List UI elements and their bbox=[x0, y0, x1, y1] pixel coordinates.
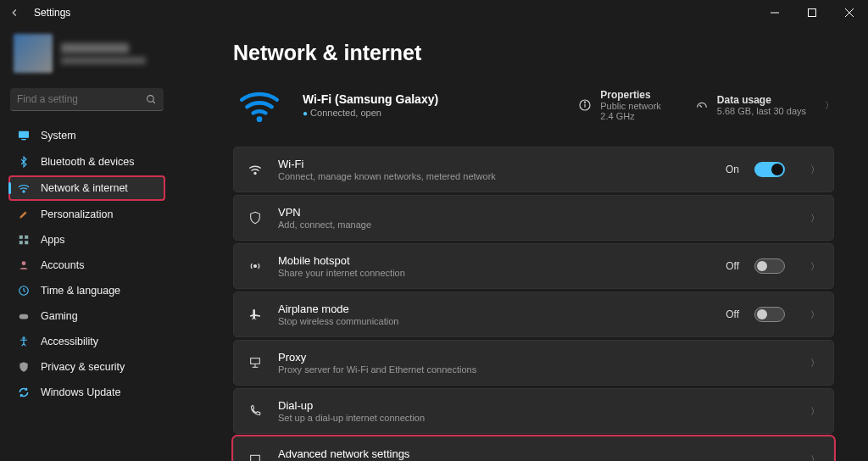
gaming-icon bbox=[17, 310, 31, 322]
advanced-network-card[interactable]: Advanced network settingsView all networ… bbox=[233, 436, 834, 461]
chevron-right-icon: 〉 bbox=[810, 164, 820, 176]
svg-point-20 bbox=[585, 102, 586, 103]
chevron-right-icon: 〉 bbox=[810, 357, 820, 369]
titlebar: Settings bbox=[0, 0, 868, 25]
vpn-card[interactable]: VPNAdd, connect, manage 〉 bbox=[233, 195, 834, 241]
search-icon bbox=[146, 94, 157, 105]
wifi-icon bbox=[17, 181, 31, 195]
svg-rect-6 bbox=[19, 131, 29, 138]
airplane-card[interactable]: Airplane modeStop wireless communication… bbox=[233, 292, 834, 337]
person-icon bbox=[17, 259, 31, 271]
profile-email bbox=[61, 57, 146, 64]
data-usage-link[interactable]: Data usage 5.68 GB, last 30 days 〉 bbox=[695, 94, 834, 116]
profile-name bbox=[61, 43, 129, 53]
wifi-toggle[interactable] bbox=[754, 162, 785, 177]
wifi-state: On bbox=[726, 164, 739, 175]
svg-point-8 bbox=[23, 191, 25, 192]
search-input[interactable] bbox=[17, 93, 146, 105]
chevron-right-icon: 〉 bbox=[810, 405, 820, 418]
minimize-button[interactable] bbox=[756, 0, 793, 25]
bluetooth-icon bbox=[17, 156, 31, 168]
brush-icon bbox=[17, 208, 31, 220]
shield-icon bbox=[248, 211, 263, 225]
airplane-toggle[interactable] bbox=[754, 307, 785, 322]
airplane-icon bbox=[248, 308, 263, 321]
hero-name: Wi-Fi (Samsung Galaxy) bbox=[303, 92, 438, 106]
properties-link[interactable]: Properties Public network 2.4 GHz bbox=[578, 89, 661, 121]
chevron-right-icon: 〉 bbox=[810, 260, 820, 273]
sidebar-item-update[interactable]: Windows Update bbox=[8, 380, 165, 404]
close-button[interactable] bbox=[831, 0, 868, 25]
hotspot-icon bbox=[248, 258, 263, 274]
clock-icon bbox=[17, 285, 31, 297]
sidebar-item-label: Gaming bbox=[41, 310, 78, 322]
maximize-button[interactable] bbox=[793, 0, 831, 25]
sidebar-item-personalization[interactable]: Personalization bbox=[8, 203, 165, 226]
meter-icon bbox=[695, 98, 709, 112]
svg-rect-15 bbox=[19, 314, 29, 319]
sidebar-item-bluetooth[interactable]: Bluetooth & devices bbox=[8, 150, 165, 174]
sidebar-item-label: System bbox=[41, 130, 76, 142]
update-icon bbox=[17, 386, 31, 398]
dialup-card[interactable]: Dial-upSet up a dial-up internet connect… bbox=[233, 388, 834, 434]
back-button[interactable] bbox=[8, 7, 34, 19]
sidebar-item-accounts[interactable]: Accounts bbox=[8, 253, 165, 277]
network-hero: Wi-Fi (Samsung Galaxy) ● Connected, open… bbox=[233, 84, 834, 126]
svg-point-4 bbox=[147, 95, 154, 102]
sidebar-item-label: Privacy & security bbox=[41, 361, 125, 373]
svg-rect-1 bbox=[809, 9, 816, 17]
accessibility-icon bbox=[17, 336, 31, 347]
phone-icon bbox=[248, 404, 263, 418]
search-input-wrap[interactable] bbox=[10, 88, 164, 111]
sidebar-item-label: Accounts bbox=[41, 259, 84, 271]
sidebar-item-label: Time & language bbox=[41, 285, 120, 297]
window-title: Settings bbox=[34, 7, 70, 19]
sidebar-item-label: Bluetooth & devices bbox=[41, 156, 135, 168]
chevron-right-icon: 〉 bbox=[810, 212, 820, 225]
hotspot-toggle[interactable] bbox=[754, 258, 785, 274]
page-title: Network & internet bbox=[233, 41, 834, 65]
svg-line-5 bbox=[153, 101, 155, 103]
svg-point-13 bbox=[22, 261, 26, 265]
chevron-right-icon: 〉 bbox=[810, 308, 820, 321]
profile-block[interactable] bbox=[8, 25, 165, 88]
avatar bbox=[14, 34, 53, 73]
hotspot-card[interactable]: Mobile hotspotShare your internet connec… bbox=[233, 243, 834, 289]
sidebar-item-accessibility[interactable]: Accessibility bbox=[8, 330, 165, 353]
svg-rect-11 bbox=[19, 241, 23, 244]
sidebar-item-privacy[interactable]: Privacy & security bbox=[8, 355, 165, 379]
wifi-icon bbox=[248, 162, 263, 177]
svg-point-17 bbox=[257, 116, 263, 122]
sidebar-item-time[interactable]: Time & language bbox=[8, 279, 165, 303]
hero-status: ● Connected, open bbox=[303, 108, 438, 118]
sidebar-item-system[interactable]: System bbox=[8, 123, 165, 148]
svg-rect-24 bbox=[251, 358, 260, 364]
sidebar-item-label: Windows Update bbox=[41, 386, 121, 398]
svg-point-22 bbox=[254, 172, 256, 174]
shield-icon bbox=[17, 361, 31, 373]
system-icon bbox=[17, 129, 31, 142]
svg-rect-12 bbox=[25, 241, 28, 244]
apps-icon bbox=[17, 234, 31, 246]
sidebar-item-label: Personalization bbox=[41, 208, 113, 220]
airplane-state: Off bbox=[726, 308, 739, 320]
sidebar-item-label: Network & internet bbox=[41, 182, 128, 194]
svg-rect-10 bbox=[25, 236, 28, 239]
proxy-card[interactable]: ProxyProxy server for Wi-Fi and Ethernet… bbox=[233, 340, 834, 386]
wifi-large-icon bbox=[238, 84, 281, 126]
svg-point-16 bbox=[23, 337, 25, 339]
wifi-card[interactable]: Wi-FiConnect, manage known networks, met… bbox=[233, 147, 834, 192]
svg-point-23 bbox=[254, 265, 257, 268]
sidebar: System Bluetooth & devices Network & int… bbox=[0, 25, 174, 461]
sidebar-item-label: Accessibility bbox=[41, 336, 98, 347]
svg-rect-9 bbox=[19, 236, 23, 239]
svg-line-21 bbox=[699, 105, 702, 108]
svg-rect-7 bbox=[21, 139, 25, 140]
hotspot-state: Off bbox=[726, 260, 739, 272]
network-adapter-icon bbox=[248, 453, 263, 461]
sidebar-item-gaming[interactable]: Gaming bbox=[8, 304, 165, 328]
sidebar-item-network[interactable]: Network & internet bbox=[8, 175, 165, 201]
info-icon bbox=[578, 98, 592, 112]
main-content: Network & internet Wi-Fi (Samsung Galaxy… bbox=[174, 25, 868, 461]
sidebar-item-apps[interactable]: Apps bbox=[8, 228, 165, 252]
